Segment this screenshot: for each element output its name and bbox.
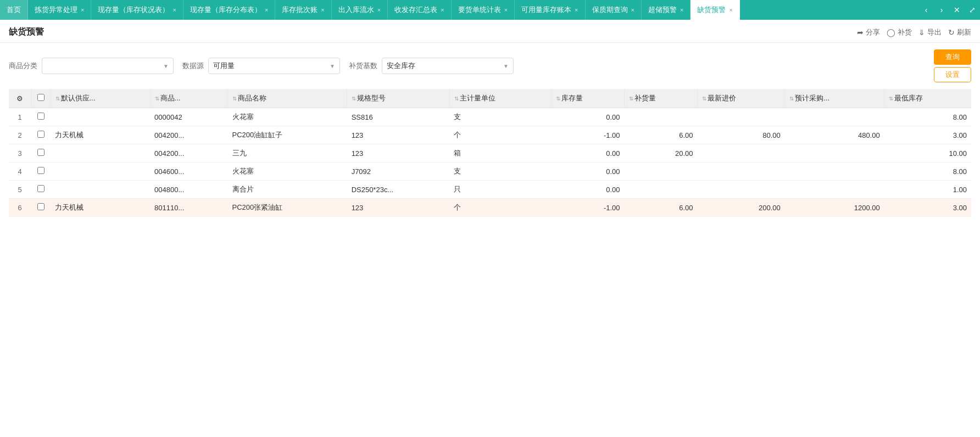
row-min-stock: 8.00 xyxy=(884,108,971,126)
tab-batch-account[interactable]: 库存批次账 × xyxy=(275,0,331,20)
replenish-base-select[interactable]: 安全库存 ▼ xyxy=(382,58,514,74)
th-stock[interactable]: ⇅库存量 xyxy=(552,89,625,108)
row-checkbox-cell[interactable] xyxy=(31,163,51,181)
row-checkbox[interactable] xyxy=(37,131,44,138)
row-est-purchase: 1200.00 xyxy=(785,199,884,217)
data-table: ⚙ ⇅默认供应... ⇅商品... ⇅商品名称 ⇅规格型号 ⇅主计量单位 ⇅库存… xyxy=(9,89,971,217)
tab-prev-btn[interactable]: ‹ xyxy=(918,0,934,20)
row-unit: 个 xyxy=(449,126,551,144)
tab-close-9[interactable]: × xyxy=(631,7,634,13)
row-supplier: 力天机械 xyxy=(51,126,150,144)
tab-close-8[interactable]: × xyxy=(575,7,578,13)
replenish-base-label: 补货基数 xyxy=(349,61,377,71)
row-checkbox[interactable] xyxy=(37,185,44,192)
th-supplier[interactable]: ⇅默认供应... xyxy=(51,89,150,108)
settings-button[interactable]: 设置 xyxy=(934,67,971,82)
row-replenish: 6.00 xyxy=(625,199,698,217)
row-min-stock: 3.00 xyxy=(884,199,971,217)
table-body: 1 0000042 火花塞 SS816 支 0.00 8.00 2 力天机械 0… xyxy=(9,108,971,217)
refresh-button[interactable]: ↻ 刷新 xyxy=(948,27,971,37)
share-button[interactable]: ➦ 分享 xyxy=(857,27,880,37)
row-checkbox[interactable] xyxy=(37,113,44,120)
row-checkbox-cell[interactable] xyxy=(31,126,51,144)
table-row: 2 力天机械 004200... PC200油缸缸子 123 个 -1.00 6… xyxy=(9,126,971,144)
tab-order-stats[interactable]: 要货单统计表 × xyxy=(452,0,515,20)
row-spec: 123 xyxy=(347,126,450,144)
row-min-stock: 8.00 xyxy=(884,163,971,181)
th-gear[interactable]: ⚙ xyxy=(9,89,31,108)
row-unit: 个 xyxy=(449,199,551,217)
tab-close-11[interactable]: × xyxy=(729,7,732,13)
tab-home[interactable]: 首页 xyxy=(0,0,28,20)
row-product-name: PC200张紧油缸 xyxy=(228,199,347,217)
sort-price-icon: ⇅ xyxy=(702,96,706,102)
row-unit: 支 xyxy=(449,108,551,126)
tab-next-btn[interactable]: › xyxy=(934,0,949,20)
th-product-name[interactable]: ⇅商品名称 xyxy=(228,89,347,108)
tab-close-10[interactable]: × xyxy=(680,7,683,13)
row-latest-price: 80.00 xyxy=(698,126,785,144)
row-checkbox-cell[interactable] xyxy=(31,181,51,199)
row-product-code: 004600... xyxy=(150,163,227,181)
category-select[interactable]: ▼ xyxy=(42,58,174,74)
row-checkbox-cell[interactable] xyxy=(31,199,51,217)
row-est-purchase xyxy=(785,144,884,163)
sort-unit-icon: ⇅ xyxy=(454,96,459,102)
tab-close-3[interactable]: × xyxy=(265,7,268,13)
query-button[interactable]: 查询 xyxy=(934,49,971,65)
row-stock: 0.00 xyxy=(552,163,625,181)
th-latest-price[interactable]: ⇅最新进价 xyxy=(698,89,785,108)
tab-shortage-warning[interactable]: 缺货预警 × xyxy=(691,0,739,20)
datasource-select[interactable]: 可用量 ▼ xyxy=(208,58,340,74)
th-checkbox[interactable] xyxy=(31,89,51,108)
row-checkbox-cell[interactable] xyxy=(31,108,51,126)
row-product-code: 801110... xyxy=(150,199,227,217)
row-unit: 只 xyxy=(449,181,551,199)
row-stock: 0.00 xyxy=(552,144,625,163)
replenish-base-arrow-icon: ▼ xyxy=(503,63,509,69)
tab-expand-btn[interactable]: ⤢ xyxy=(965,0,980,20)
tab-available-ledger[interactable]: 可用量库存账本 × xyxy=(515,0,585,20)
replenish-base-filter-group: 补货基数 安全库存 ▼ xyxy=(349,58,514,74)
tab-close-1[interactable]: × xyxy=(81,7,84,13)
export-button[interactable]: ⇓ 导出 xyxy=(918,27,942,37)
row-spec: 123 xyxy=(347,199,450,217)
tab-close-5[interactable]: × xyxy=(377,7,381,13)
tab-stock-dist[interactable]: 现存量（库存分布表） × xyxy=(183,0,275,20)
replenish-button[interactable]: ◯ 补货 xyxy=(887,27,912,37)
row-checkbox-cell[interactable] xyxy=(31,144,51,163)
row-checkbox[interactable] xyxy=(37,149,44,156)
row-replenish xyxy=(625,163,698,181)
tab-receipt-summary[interactable]: 收发存汇总表 × xyxy=(388,0,451,20)
th-unit[interactable]: ⇅主计量单位 xyxy=(449,89,551,108)
row-supplier xyxy=(51,144,150,163)
row-latest-price xyxy=(698,108,785,126)
header-actions: ➦ 分享 ◯ 补货 ⇓ 导出 ↻ 刷新 xyxy=(857,27,971,37)
row-min-stock: 10.00 xyxy=(884,144,971,163)
filter-actions: 查询 设置 xyxy=(934,49,971,82)
tab-close-4[interactable]: × xyxy=(321,7,324,13)
row-supplier xyxy=(51,163,150,181)
row-checkbox[interactable] xyxy=(37,203,44,210)
tab-close-2[interactable]: × xyxy=(172,7,176,13)
row-checkbox[interactable] xyxy=(37,167,44,174)
th-replenish[interactable]: ⇅补货量 xyxy=(625,89,698,108)
tab-expiry-query[interactable]: 保质期查询 × xyxy=(586,0,642,20)
row-min-stock: 1.00 xyxy=(884,181,971,199)
tab-close-all-btn[interactable]: ✕ xyxy=(949,0,965,20)
tab-overstock-warning[interactable]: 超储预警 × xyxy=(642,0,691,20)
tab-close-6[interactable]: × xyxy=(441,7,444,13)
tab-bar: 首页 拣货异常处理 × 现存量（库存状况表） × 现存量（库存分布表） × 库存… xyxy=(0,0,980,20)
th-est-purchase[interactable]: ⇅预计采购... xyxy=(785,89,884,108)
th-spec[interactable]: ⇅规格型号 xyxy=(347,89,450,108)
sort-min-icon: ⇅ xyxy=(889,96,893,102)
select-all-checkbox[interactable] xyxy=(37,94,44,101)
th-product-code[interactable]: ⇅商品... xyxy=(150,89,227,108)
tab-close-7[interactable]: × xyxy=(504,7,508,13)
tab-pick-exception[interactable]: 拣货异常处理 × xyxy=(28,0,91,20)
category-label: 商品分类 xyxy=(9,61,37,71)
row-product-name: PC200油缸缸子 xyxy=(228,126,347,144)
tab-stock-status[interactable]: 现存量（库存状况表） × xyxy=(91,0,183,20)
tab-inout-flow[interactable]: 出入库流水 × xyxy=(332,0,388,20)
th-min-stock[interactable]: ⇅最低库存 xyxy=(884,89,971,108)
